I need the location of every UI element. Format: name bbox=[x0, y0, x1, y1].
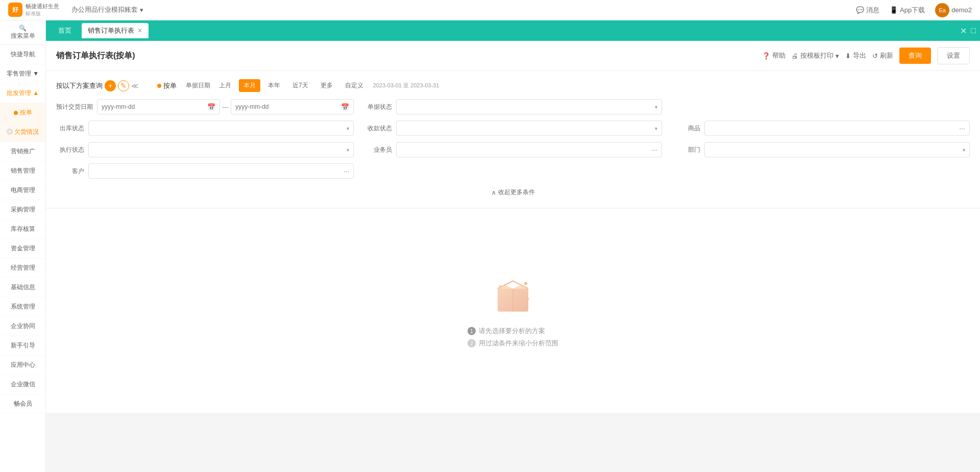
filter-row-2: 出库状态 ▾ 收款状态 ▾ bbox=[56, 121, 970, 136]
forecast-date-field: 预计交货日期 📅 — 📅 bbox=[56, 99, 354, 114]
dept-select[interactable]: ▾ bbox=[704, 142, 970, 157]
customer-select[interactable]: ··· bbox=[88, 163, 354, 179]
goods-field: 商品 ··· bbox=[672, 121, 970, 136]
bill-status-input[interactable] bbox=[401, 103, 654, 110]
filter-top-row: 按以下方案查询 ＋ ✎ ≪ 按单 单据日期 上月 本月 bbox=[56, 79, 970, 92]
date-btn-custom[interactable]: 自定义 bbox=[340, 79, 368, 92]
date-btn-this-month[interactable]: 本月 bbox=[239, 79, 260, 92]
sidebar-wechat-label: 企业微信 bbox=[11, 381, 35, 388]
sidebar-item-management[interactable]: 经营管理 bbox=[0, 258, 45, 278]
tab-close-icon[interactable]: ✕ bbox=[137, 27, 142, 34]
sidebar-search-label: 搜索菜单 bbox=[4, 32, 41, 40]
scheme-add-icon[interactable]: ＋ bbox=[105, 80, 116, 91]
ship-status-arrow-icon: ▾ bbox=[347, 126, 349, 131]
exec-status-input[interactable] bbox=[93, 146, 347, 153]
scheme-collapse-icon[interactable]: ≪ bbox=[131, 82, 139, 90]
print-btn[interactable]: 🖨 按模板打印 ▾ bbox=[792, 51, 839, 60]
forecast-date-end-input[interactable] bbox=[235, 103, 341, 110]
query-button[interactable]: 查询 bbox=[899, 48, 931, 64]
tab-maximize-icon[interactable]: □ bbox=[971, 26, 976, 35]
calendar-start-icon[interactable]: 📅 bbox=[207, 103, 215, 111]
sidebar-cooperation-label: 企业协同 bbox=[11, 322, 35, 329]
ship-status-select[interactable]: ▾ bbox=[88, 121, 354, 136]
sidebar-item-quick-nav[interactable]: 快捷导航 bbox=[0, 45, 45, 64]
sidebar-newbie-label: 新手引导 bbox=[11, 342, 35, 349]
workspace-label: 办公用品行业模拟账套 bbox=[71, 5, 138, 14]
sidebar-system-label: 系统管理 bbox=[11, 303, 35, 310]
sidebar-item-inventory[interactable]: 库存核算 bbox=[0, 220, 45, 239]
sidebar-item-sales[interactable]: 销售管理 bbox=[0, 161, 45, 181]
sidebar-item-purchase[interactable]: 采购管理 bbox=[0, 200, 45, 220]
sidebar-item-retail[interactable]: 零售管理 ▼ bbox=[0, 64, 45, 84]
ship-status-field: 出库状态 ▾ bbox=[56, 121, 354, 136]
sidebar-item-member[interactable]: 畅会员 bbox=[0, 394, 45, 414]
sidebar-item-shortage[interactable]: ◎ 欠货情况 bbox=[0, 123, 45, 142]
sidebar-item-newbie[interactable]: 新手引导 bbox=[0, 336, 45, 356]
salesman-dots-icon[interactable]: ··· bbox=[651, 146, 657, 154]
receipt-status-input[interactable] bbox=[401, 125, 654, 132]
salesman-select[interactable]: ··· bbox=[396, 142, 662, 157]
receipt-status-select[interactable]: ▾ bbox=[396, 121, 662, 136]
collapse-btn[interactable]: ∧ 收起更多条件 bbox=[56, 185, 970, 200]
date-range-separator: — bbox=[222, 103, 229, 111]
goods-select[interactable]: ··· bbox=[704, 121, 970, 136]
goods-dots-icon[interactable]: ··· bbox=[959, 124, 965, 132]
app-download-action[interactable]: 📱 App下载 bbox=[890, 6, 925, 15]
svg-point-2 bbox=[524, 282, 527, 285]
sidebar-sub-menu: 按单 ◎ 欠货情况 bbox=[0, 103, 45, 142]
customer-dots-icon[interactable]: ··· bbox=[344, 167, 350, 175]
forecast-date-start-input[interactable] bbox=[102, 103, 207, 110]
sidebar-item-wechat[interactable]: 企业微信 bbox=[0, 375, 45, 394]
date-btn-more[interactable]: 更多 bbox=[316, 79, 337, 92]
print-arrow-icon: ▾ bbox=[836, 52, 839, 60]
empty-icon bbox=[468, 271, 558, 318]
refresh-btn[interactable]: ↺ 刷新 bbox=[872, 51, 893, 60]
date-btn-this-year[interactable]: 本年 bbox=[263, 79, 285, 92]
sidebar-item-basic[interactable]: 基础信息 bbox=[0, 278, 45, 297]
tab-home[interactable]: 首页 bbox=[50, 23, 80, 38]
user-action[interactable]: Ea demo2 bbox=[935, 3, 972, 17]
exec-status-label: 执行状态 bbox=[56, 146, 84, 154]
sidebar-item-ecommerce[interactable]: 电商管理 bbox=[0, 181, 45, 200]
export-btn[interactable]: ⬇ 导出 bbox=[845, 51, 866, 60]
sidebar-item-finance[interactable]: 资金管理 bbox=[0, 239, 45, 258]
workspace-selector[interactable]: 办公用品行业模拟账套 ▾ bbox=[71, 5, 143, 14]
sidebar-search[interactable]: 🔍 搜索菜单 bbox=[0, 20, 45, 45]
sidebar-ecommerce-label: 电商管理 bbox=[11, 186, 35, 194]
step2-text: 用过滤条件来缩小分析范围 bbox=[479, 339, 558, 348]
main-layout: 🔍 搜索菜单 快捷导航 零售管理 ▼ 批发管理 ▲ 按单 ◎ 欠货情况 营销推广 bbox=[0, 20, 980, 472]
workspace-arrow-icon: ▾ bbox=[140, 6, 143, 14]
help-btn[interactable]: ❓ 帮助 bbox=[762, 51, 786, 60]
calendar-end-icon[interactable]: 📅 bbox=[341, 103, 349, 111]
sidebar-member-label: 畅会员 bbox=[14, 400, 32, 407]
tab-minimize-icon[interactable]: ✕ bbox=[960, 26, 967, 36]
help-label: 帮助 bbox=[772, 51, 786, 60]
sidebar-item-apps[interactable]: 应用中心 bbox=[0, 356, 45, 375]
forecast-date-start-wrapper: 📅 bbox=[97, 99, 220, 114]
sidebar-item-system[interactable]: 系统管理 bbox=[0, 297, 45, 317]
sidebar-item-cooperation[interactable]: 企业协同 bbox=[0, 317, 45, 336]
customer-input[interactable] bbox=[93, 168, 344, 175]
scheme-edit-icon[interactable]: ✎ bbox=[118, 80, 129, 91]
sidebar-item-marketing[interactable]: 营销推广 bbox=[0, 142, 45, 161]
dept-input[interactable] bbox=[709, 146, 963, 153]
message-label: 消息 bbox=[866, 6, 879, 15]
forecast-date-range: 📅 — 📅 bbox=[97, 99, 354, 114]
bill-status-select[interactable]: ▾ bbox=[396, 99, 662, 114]
tab-sales-exec[interactable]: 销售订单执行表 ✕ bbox=[82, 23, 149, 38]
goods-input[interactable] bbox=[709, 125, 960, 132]
date-btn-7days[interactable]: 近7天 bbox=[288, 79, 313, 92]
filter-panel: 按以下方案查询 ＋ ✎ ≪ 按单 单据日期 上月 本月 bbox=[46, 71, 980, 208]
salesman-input[interactable] bbox=[401, 146, 651, 153]
filter-row-1: 预计交货日期 📅 — 📅 bbox=[56, 99, 970, 114]
ship-status-input[interactable] bbox=[93, 125, 347, 132]
help-icon: ❓ bbox=[762, 52, 770, 60]
logo-subtext: 标准版 bbox=[26, 10, 59, 17]
date-btn-last-month[interactable]: 上月 bbox=[214, 79, 236, 92]
sidebar-item-wholesale[interactable]: 批发管理 ▲ bbox=[0, 84, 45, 103]
top-bar-right: 💬 消息 📱 App下载 Ea demo2 bbox=[856, 3, 972, 17]
sidebar-item-by-order[interactable]: 按单 bbox=[0, 103, 45, 123]
exec-status-select[interactable]: ▾ bbox=[88, 142, 354, 157]
settings-button[interactable]: 设置 bbox=[937, 47, 970, 64]
message-action[interactable]: 💬 消息 bbox=[856, 6, 879, 15]
